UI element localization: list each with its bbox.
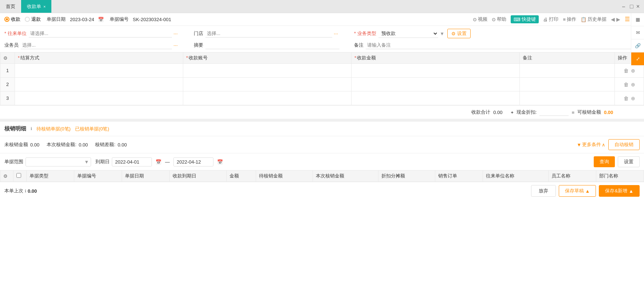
- actions-cell-3: 🗑 ⊕: [615, 91, 644, 105]
- summary-input[interactable]: [205, 41, 339, 49]
- refund-radio[interactable]: 退款: [25, 16, 41, 23]
- operations-link[interactable]: ≡ 操作: [563, 16, 576, 23]
- recon-section: 核销明细 ℹ 待核销单据(0笔) 已核销单据(0笔) 未核销金额 0.00 本次…: [0, 119, 644, 182]
- gear-icon: ⚙: [451, 31, 456, 36]
- settlement-cell-1[interactable]: [15, 64, 183, 78]
- maximize-icon[interactable]: □: [630, 3, 633, 10]
- next-arrow[interactable]: ▶: [616, 16, 620, 22]
- bottom-table-gear-icon[interactable]: ⚙: [3, 173, 8, 179]
- date-from-icon[interactable]: 📅: [156, 159, 161, 165]
- video-link[interactable]: ⊙ 视频: [473, 16, 487, 23]
- receipt-radio-dot: [4, 17, 9, 22]
- shortcuts-link[interactable]: ⌨ 快捷键: [511, 15, 539, 23]
- remark-cell-3[interactable]: [519, 91, 614, 105]
- delete-row-1-btn[interactable]: 🗑: [624, 68, 629, 74]
- tab-home[interactable]: 首页: [0, 0, 21, 13]
- account-cell-3[interactable]: [183, 91, 351, 105]
- side-email-icon-btn[interactable]: ✉: [631, 26, 644, 39]
- delete-row-2-btn[interactable]: 🗑: [624, 82, 629, 87]
- th-gear: ⚙: [0, 52, 15, 64]
- note-info-icon[interactable]: ℹ: [25, 189, 26, 193]
- recon-settings-button[interactable]: 设置: [618, 156, 640, 167]
- print-link[interactable]: 🖨 打印: [543, 16, 558, 23]
- total-label: 收款合计: [471, 109, 490, 115]
- pending-tab[interactable]: 待核销单据(0笔): [36, 126, 71, 132]
- business-type-field: * 业务类型 预收款 ▼ ⚙ 设置: [354, 29, 471, 38]
- available-label: 可核销金额: [577, 109, 601, 115]
- account-cell-2[interactable]: [183, 78, 351, 91]
- amount-cell-2[interactable]: [351, 78, 519, 91]
- store-field: 门店 ···: [194, 30, 339, 38]
- list-view-icon[interactable]: ☰: [625, 16, 630, 23]
- amount-cell-1[interactable]: [351, 64, 519, 78]
- settlement-cell-3[interactable]: [15, 91, 183, 105]
- discount-label: 现金折扣:: [517, 109, 537, 115]
- table-gear-icon[interactable]: ⚙: [3, 55, 8, 61]
- help-link[interactable]: ⊙ 帮助: [492, 16, 506, 23]
- staff-input[interactable]: [21, 41, 172, 49]
- date-to-input[interactable]: [173, 157, 213, 166]
- th-discount: 折扣分摊额: [378, 171, 435, 182]
- remark-input[interactable]: [366, 41, 640, 49]
- remark-cell-2[interactable]: [519, 78, 614, 91]
- actions-cell-1: 🗑 ⊕: [615, 64, 644, 78]
- th-sales-order: 销售订单: [435, 171, 483, 182]
- copy-row-3-btn[interactable]: ⊕: [631, 95, 635, 101]
- discount-input[interactable]: [539, 109, 569, 116]
- store-more-btn[interactable]: ···: [332, 31, 339, 36]
- history-link[interactable]: 📋 历史单据: [581, 16, 606, 23]
- th-dept-name: 部门名称: [596, 171, 644, 182]
- minimize-icon[interactable]: －: [620, 2, 627, 11]
- th-staff-name: 员工名称: [548, 171, 596, 182]
- date-calendar-icon[interactable]: 📅: [98, 17, 104, 22]
- side-link-icon-btn[interactable]: 🔗: [631, 39, 644, 52]
- date-from-input[interactable]: [112, 157, 152, 166]
- recon-filters: 单据范围 ▼ 到期日 📅 — 📅 查询 设置: [0, 153, 644, 170]
- business-type-label: * 业务类型: [354, 30, 376, 37]
- auto-recon-button[interactable]: 自动核销: [608, 139, 640, 150]
- table-row: 2 🗑 ⊕: [0, 78, 644, 91]
- th-pending-amount: 待核销金额: [256, 171, 313, 182]
- th-doc-type: 单据类型: [27, 171, 74, 182]
- close-window-icon[interactable]: ×: [636, 3, 640, 10]
- right-side-panel: ▦ ✉ 🔗 ⤢: [631, 13, 644, 66]
- amount-cell-3[interactable]: [351, 91, 519, 105]
- discard-button[interactable]: 放弃: [531, 185, 556, 197]
- account-cell-1[interactable]: [183, 64, 351, 78]
- tab-close-icon[interactable]: ×: [43, 4, 46, 9]
- business-type-select[interactable]: 预收款: [378, 29, 438, 38]
- copy-row-1-btn[interactable]: ⊕: [631, 68, 635, 74]
- query-button[interactable]: 查询: [594, 156, 615, 167]
- more-conditions-btn[interactable]: ▼ 更多条件 ∧: [577, 141, 605, 148]
- uncleared-value: 0.00: [30, 142, 39, 148]
- bottom-table-wrap: ⚙ 单据类型 单据编号 单据日期 收款到期日 金额 待核销金额 本次核销金额 折…: [0, 170, 644, 182]
- form-area: * 往来单位 ··· 门店 ··· * 业务类型 预收款: [0, 26, 644, 52]
- counterpart-more-btn[interactable]: ···: [172, 31, 179, 36]
- main-content: 收款 退款 单据日期 2023-03-24 📅 单据编号 SK-20230324…: [0, 13, 644, 290]
- recon-info-icon[interactable]: ℹ: [31, 126, 32, 131]
- row-num-2: 2: [0, 78, 15, 91]
- copy-row-2-btn[interactable]: ⊕: [631, 82, 635, 87]
- staff-more-btn[interactable]: ···: [172, 42, 179, 48]
- receipt-radio[interactable]: 收款: [4, 16, 20, 23]
- tab-current[interactable]: 收款单 ×: [21, 0, 51, 13]
- done-tab[interactable]: 已核销单据(0笔): [75, 126, 109, 132]
- side-table-icon-btn[interactable]: ▦: [631, 13, 644, 26]
- prev-arrow[interactable]: ◀: [611, 16, 615, 22]
- form-row-1: * 往来单位 ··· 门店 ··· * 业务类型 预收款: [4, 29, 640, 38]
- uncleared-stat: 未核销金额 0.00: [4, 141, 39, 148]
- settlement-cell-2[interactable]: [15, 78, 183, 91]
- th-account: 收款账号: [183, 52, 351, 64]
- range-select[interactable]: [25, 157, 91, 166]
- date-to-icon[interactable]: 📅: [217, 159, 223, 165]
- store-input[interactable]: [205, 30, 332, 38]
- side-expand-icon-btn[interactable]: ⤢: [631, 52, 644, 66]
- counterpart-input[interactable]: [29, 30, 172, 38]
- save-draft-button[interactable]: 保存草稿 ▲: [559, 185, 596, 197]
- select-all-checkbox[interactable]: [16, 173, 21, 178]
- remark-field: 备注: [354, 41, 640, 49]
- remark-cell-1[interactable]: [519, 64, 614, 78]
- save-new-button[interactable]: 保存&新增 ▲: [599, 185, 640, 197]
- delete-row-3-btn[interactable]: 🗑: [624, 95, 629, 101]
- settings-button[interactable]: ⚙ 设置: [447, 29, 471, 38]
